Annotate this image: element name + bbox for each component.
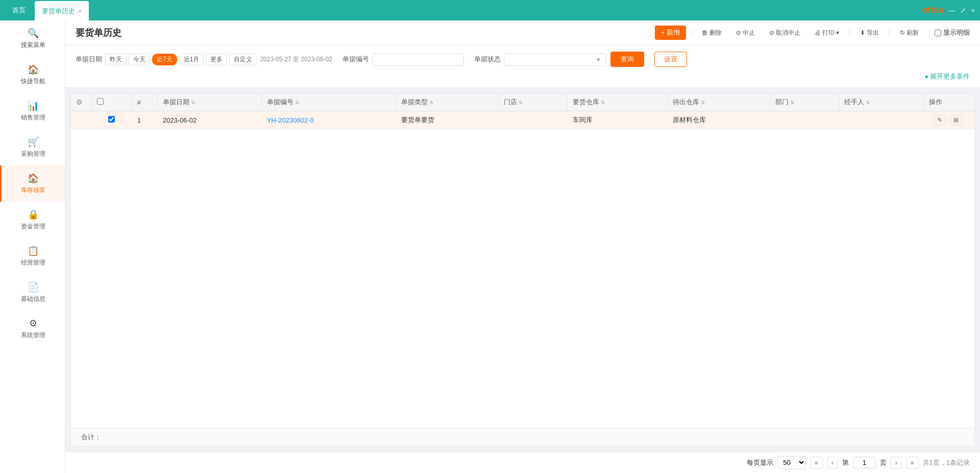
window-restore-icon[interactable]: ⤢ <box>960 7 966 14</box>
refresh-icon: ↻ <box>900 29 905 36</box>
sales-mgmt-icon: 📊 <box>28 100 39 111</box>
stop-button[interactable]: ⊘ 中止 <box>731 26 760 40</box>
date-btn-yesterday[interactable]: 昨天 <box>105 54 127 65</box>
cancel-stop-icon: ⊘ <box>769 29 774 36</box>
refresh-button[interactable]: ↻ 刷新 <box>895 26 924 40</box>
chevron-down-icon: ▾ <box>925 73 928 81</box>
search-menu-icon: 🔍 <box>28 28 39 39</box>
show-detail-checkbox-wrapper[interactable]: 显示明细 <box>935 28 970 37</box>
pagination-bar: 每页显示 50 20 100 « ‹ 第 页 › » 共1页，1条记录 <box>65 452 980 473</box>
page-title: 要货单历史 <box>76 27 121 39</box>
doc-number-input[interactable] <box>372 53 464 66</box>
cancel-stop-button[interactable]: ⊘ 取消中止 <box>764 26 805 40</box>
data-table: # 单据日期⇅ 单据编号⇅ 单据类型⇅ 门店⇅ 要货仓库⇅ 待出仓库⇅ 部门⇅ … <box>71 93 974 129</box>
export-icon: ⬇ <box>860 29 865 36</box>
page-label: 第 <box>842 458 849 467</box>
row-store-cell <box>498 111 567 129</box>
print-chevron-icon: ▾ <box>836 29 839 36</box>
sort-doc-date-icon: ⇅ <box>191 100 195 105</box>
doc-status-input[interactable] <box>504 53 606 66</box>
th-doc-type[interactable]: 单据类型⇅ <box>396 93 499 111</box>
table-container: # 单据日期⇅ 单据编号⇅ 单据类型⇅ 门店⇅ 要货仓库⇅ 待出仓库⇅ 部门⇅ … <box>70 93 975 446</box>
filter-area: 单据日期 昨天 今天 近7天 近1月 更多 自定义 2023-05-27 至 2… <box>65 45 980 88</box>
select-all-checkbox[interactable] <box>97 98 104 105</box>
sidebar-item-sales-mgmt[interactable]: 📊 销售管理 <box>0 93 65 129</box>
expand-row: ▾ 展开更多条件 <box>76 72 970 81</box>
row-num-cell: 1 <box>132 111 157 129</box>
sidebar-item-operations-mgmt[interactable]: 📋 经营管理 <box>0 238 65 274</box>
tab-label: 要货单历史 <box>42 1 75 21</box>
sidebar-item-system-mgmt[interactable]: ⚙ 系统管理 <box>0 311 65 347</box>
th-doc-date[interactable]: 单据日期⇅ <box>157 93 261 111</box>
doc-date-label: 单据日期 <box>76 55 102 64</box>
settings-button[interactable]: 设置 <box>654 52 687 67</box>
th-store[interactable]: 门店⇅ <box>498 93 567 111</box>
row-edit-button[interactable]: ✎ <box>934 115 946 125</box>
th-department[interactable]: 部门⇅ <box>770 93 839 111</box>
doc-status-filter-item: 单据状态 ▾ <box>474 53 600 66</box>
show-detail-checkbox[interactable] <box>935 30 941 36</box>
tab-close-icon[interactable]: × <box>78 1 82 21</box>
query-button[interactable]: 查询 <box>610 52 644 67</box>
row-detail-button[interactable]: ⊞ <box>950 115 962 125</box>
row-doc-number-cell: YH-20230602-0 <box>261 111 396 129</box>
tab-home[interactable]: 首页 <box>5 0 33 20</box>
export-button[interactable]: ⬇ 导出 <box>855 26 884 40</box>
row-checkbox[interactable] <box>108 116 115 123</box>
refresh-label: 刷新 <box>906 29 919 37</box>
th-pending-warehouse[interactable]: 待出仓库⇅ <box>667 93 770 111</box>
gear-icon <box>76 99 83 106</box>
th-settings[interactable] <box>71 93 91 111</box>
sidebar-item-basic-info[interactable]: 📄 基础信息 <box>0 274 65 311</box>
date-btn-today[interactable]: 今天 <box>129 54 150 65</box>
date-btn-more[interactable]: 更多 <box>206 54 227 65</box>
sidebar: 🔍 搜索菜单 🏠 快捷导航 📊 销售管理 🛒 采购管理 🏠 库存核算 🔒 资金管… <box>0 20 65 473</box>
date-range-text: 2023-05-27 至 2023-06-02 <box>260 55 332 64</box>
sidebar-item-purchase-mgmt[interactable]: 🛒 采购管理 <box>0 129 65 165</box>
sidebar-item-search-menu[interactable]: 🔍 搜索菜单 <box>0 20 65 57</box>
th-doc-number[interactable]: 单据编号⇅ <box>261 93 396 111</box>
filter-row: 单据日期 昨天 今天 近7天 近1月 更多 自定义 2023-05-27 至 2… <box>76 52 970 67</box>
expand-label: 展开更多条件 <box>930 72 970 81</box>
window-minimize-icon[interactable]: — <box>948 7 955 14</box>
per-page-select[interactable]: 50 20 100 <box>777 456 806 469</box>
sidebar-item-finance-mgmt[interactable]: 🔒 资金管理 <box>0 202 65 238</box>
th-num: # <box>132 93 157 111</box>
row-actions-cell: ✎ ⊞ <box>923 111 974 129</box>
basic-info-icon: 📄 <box>28 281 39 293</box>
new-button[interactable]: + 新增 <box>655 26 686 40</box>
date-btn-last1month[interactable]: 近1月 <box>179 54 204 65</box>
th-checkbox <box>91 93 132 111</box>
total-info: 共1页，1条记录 <box>923 458 970 467</box>
current-page-input[interactable] <box>853 457 876 468</box>
page-suffix: 页 <box>880 458 887 467</box>
th-req-warehouse[interactable]: 要货仓库⇅ <box>567 93 667 111</box>
date-range-buttons: 昨天 今天 近7天 近1月 更多 自定义 <box>105 54 257 65</box>
delete-button[interactable]: 🗑 删除 <box>697 26 727 40</box>
quick-nav-icon: 🏠 <box>28 64 39 75</box>
content-area: 要货单历史 + 新增 🗑 删除 ⊘ 中止 ⊘ 取消中止 🖨 打 <box>65 20 980 473</box>
sort-req-warehouse-icon: ⇅ <box>601 100 605 105</box>
table-body: 1 2023-06-02 YH-20230602-0 要货单要货 车间库 原材料… <box>71 111 974 129</box>
main-layout: 🔍 搜索菜单 🏠 快捷导航 📊 销售管理 🛒 采购管理 🏠 库存核算 🔒 资金管… <box>0 20 980 473</box>
tab-purchase-history[interactable]: 要货单历史 × <box>35 1 89 21</box>
first-page-button[interactable]: « <box>810 457 823 469</box>
sidebar-item-inventory-accounting[interactable]: 🏠 库存核算 <box>0 165 65 202</box>
purchase-mgmt-icon: 🛒 <box>28 136 39 148</box>
row-settings-cell <box>71 111 91 129</box>
expand-more-button[interactable]: ▾ 展开更多条件 <box>925 72 970 81</box>
sidebar-item-label: 库存核算 <box>21 186 45 195</box>
last-page-button[interactable]: » <box>906 457 919 469</box>
row-pending-warehouse-cell: 原材料仓库 <box>667 111 770 129</box>
th-handler[interactable]: 经手人⇅ <box>839 93 923 111</box>
next-page-button[interactable]: › <box>891 457 902 469</box>
sidebar-item-quick-nav[interactable]: 🏠 快捷导航 <box>0 57 65 93</box>
window-close-icon[interactable]: × <box>971 7 975 14</box>
prev-page-button[interactable]: ‹ <box>827 457 838 469</box>
date-btn-custom[interactable]: 自定义 <box>229 54 257 65</box>
doc-status-dropdown-icon[interactable]: ▾ <box>597 56 600 63</box>
row-doc-number-link[interactable]: YH-20230602-0 <box>267 116 314 124</box>
print-button[interactable]: 🖨 打印 ▾ <box>810 26 844 40</box>
export-label: 导出 <box>867 29 879 37</box>
date-btn-last7days[interactable]: 近7天 <box>152 54 177 65</box>
